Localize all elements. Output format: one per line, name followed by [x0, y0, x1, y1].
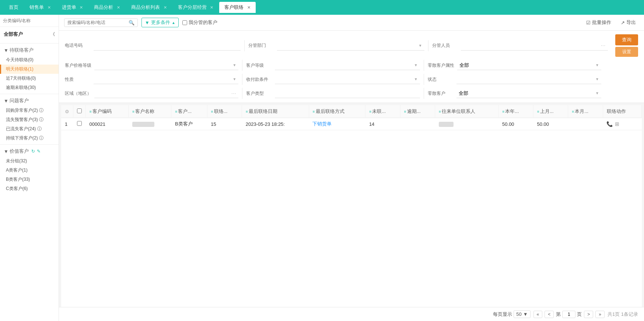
nature-label: 性质	[65, 76, 91, 83]
search-icon[interactable]: 🔍	[129, 20, 134, 25]
sidebar-group-pending[interactable]: ▼ 待联络客户	[0, 45, 59, 55]
batch-ops-btn[interactable]: ☑ 批量操作	[583, 18, 614, 27]
page-num-box: 第 页	[556, 311, 582, 318]
sort-overdue-icon: ≡	[404, 110, 406, 114]
sidebar-group-problem[interactable]: ▼ 问题客户	[0, 96, 59, 106]
sort-related-icon: ≡	[439, 110, 441, 114]
top-nav: 首页 销售单 ✕ 进货单 ✕ 商品分析 ✕ 商品分析列表 ✕ 客户分层经营 ✕ …	[0, 0, 644, 15]
last-page-btn[interactable]: »	[595, 311, 605, 318]
prev-page-btn[interactable]: <	[545, 311, 554, 318]
nature-select[interactable]: ▼	[94, 75, 238, 84]
action-grid-icon[interactable]: ⊞	[615, 121, 619, 127]
sep3	[242, 60, 242, 71]
last-method-link[interactable]: 下销货单	[312, 121, 332, 127]
set-button[interactable]: 设置	[615, 47, 638, 57]
more-conditions-btn[interactable]: ▼ 更多条件 ▲	[141, 18, 179, 27]
sidebar-item-today[interactable]: 今天待联络(0)	[0, 55, 59, 65]
customer-level-select[interactable]: ▼	[275, 61, 420, 70]
td-index: 1	[61, 118, 73, 130]
filter-region: 区域（地区） ···	[65, 89, 238, 98]
sort-lastmonth-icon: ≡	[537, 110, 539, 114]
select-all-checkbox[interactable]	[77, 108, 82, 113]
price-level-select[interactable]: ▼	[94, 61, 238, 70]
td-name	[129, 118, 171, 130]
filter-person: 分管人员 ···	[432, 41, 608, 51]
pagination-bar: 每页显示 50 ▼ « < 第 页 > » 共1页 1条记录	[59, 307, 644, 321]
nav-customer-contact[interactable]: 客户联络 ✕	[219, 2, 256, 13]
next-page-btn[interactable]: >	[584, 311, 593, 318]
adv-filter-panel: 电话号码 分管部门 ▼ 分管人员 ···	[59, 31, 644, 103]
page-number-input[interactable]	[562, 311, 575, 318]
th-overdue: ≡逾期...	[400, 105, 435, 118]
sidebar-item-classA[interactable]: A类客户(1)	[0, 166, 59, 175]
dept-select[interactable]: ▼	[277, 41, 424, 51]
close-product-analysis-icon[interactable]: ✕	[117, 5, 120, 10]
first-page-btn[interactable]: «	[533, 311, 543, 318]
customer-type-input[interactable]	[275, 89, 420, 98]
sidebar-item-overdue[interactable]: 逾期未联络(30)	[0, 83, 59, 92]
payment-select[interactable]: ▼	[275, 75, 420, 84]
page-suffix: 页	[577, 311, 582, 318]
sort-thisyear-icon: ≡	[503, 110, 505, 114]
retail-select[interactable]: 全部▼	[456, 89, 601, 98]
all-customers-label: 全部客户	[4, 31, 23, 38]
sidebar-item-classB[interactable]: B类客户(33)	[0, 175, 59, 184]
sort-name-icon: ≡	[132, 110, 134, 114]
export-btn[interactable]: ↗ 导出	[618, 18, 639, 27]
refresh-icon[interactable]: ↻	[31, 149, 35, 154]
row-checkbox[interactable]	[77, 121, 82, 126]
nav-home[interactable]: 首页	[4, 2, 24, 13]
sep4	[424, 60, 424, 71]
close-sales-icon[interactable]: ✕	[48, 5, 51, 10]
action-phone-icon[interactable]: 📞	[606, 121, 613, 127]
region-input[interactable]: ···	[94, 89, 238, 98]
sidebar-item-abnormal[interactable]: 回购异常客户(2) ⓘ	[0, 106, 59, 115]
nav-purchase[interactable]: 进货单 ✕	[57, 2, 88, 13]
query-button[interactable]: 查询	[615, 34, 638, 45]
status-select[interactable]: ▼	[456, 75, 601, 84]
gear-icon[interactable]: ⚙	[65, 109, 69, 114]
th-name: ≡客户名称	[129, 105, 171, 118]
nav-product-analysis[interactable]: 商品分析 ✕	[89, 2, 125, 13]
td-related	[435, 118, 498, 130]
td-no-contact: 14	[365, 118, 400, 130]
close-customer-tier-icon[interactable]: ✕	[210, 5, 213, 10]
sidebar-all-customers[interactable]: 全部客户 《	[0, 29, 59, 39]
my-customers-checkbox-wrap[interactable]: 我分管的客户	[182, 19, 217, 26]
sidebar-group-value[interactable]: ▼ 价值客户 ↻ ✎	[0, 146, 59, 156]
sidebar-item-lost[interactable]: 已流失客户(24) ⓘ	[0, 124, 59, 134]
sidebar-collapse-icon[interactable]: 《	[50, 31, 55, 38]
close-purchase-icon[interactable]: ✕	[80, 5, 83, 10]
filter-retail-attr: 零散客户属性 全部▼	[428, 61, 601, 70]
th-last-method: ≡最后联络方式	[309, 105, 365, 118]
retail-attr-value: 全部	[459, 62, 469, 69]
customer-name-blurred	[132, 122, 154, 127]
sidebar-item-classC[interactable]: C类客户(6)	[0, 184, 59, 193]
close-product-list-icon[interactable]: ✕	[164, 5, 167, 10]
close-customer-contact-icon[interactable]: ✕	[247, 5, 251, 10]
page-size-box[interactable]: 50 ▼	[514, 310, 530, 318]
main-layout: 🔍 全部客户 《 ▼ 待联络客户 今天待联络(0) 明天待联络(1) 近7天待联…	[0, 15, 644, 321]
nav-customer-tier[interactable]: 客户分层经营 ✕	[173, 2, 219, 13]
person-input[interactable]: ···	[461, 41, 608, 51]
sep7	[242, 88, 242, 99]
main-search-input[interactable]	[67, 20, 126, 25]
arrow-problem-icon: ▼	[4, 98, 8, 104]
sidebar-item-declining[interactable]: 持续下滑客户(2) ⓘ	[0, 134, 59, 143]
status-arrow-icon: ▼	[595, 77, 599, 81]
my-customers-checkbox[interactable]	[182, 20, 187, 25]
sidebar-item-tomorrow[interactable]: 明天待联络(1)	[0, 65, 59, 74]
filter-retail: 零散客户 全部▼	[428, 89, 601, 98]
nav-sales[interactable]: 销售单 ✕	[24, 2, 56, 13]
phone-label: 电话号码	[65, 42, 91, 49]
sidebar-item-warning[interactable]: 流失预警客户(3) ⓘ	[0, 115, 59, 124]
sidebar-item-ungrouped[interactable]: 未分组(32)	[0, 156, 59, 166]
sidebar-item-7days[interactable]: 近7天待联络(0)	[0, 74, 59, 83]
retail-attr-select[interactable]: 全部▼	[457, 61, 601, 70]
phone-input[interactable]	[94, 41, 241, 51]
edit-icon[interactable]: ✎	[37, 149, 41, 154]
td-last-month: 50.00	[533, 118, 568, 130]
page-size-value: 50	[516, 311, 521, 317]
sidebar-search-input[interactable]	[3, 18, 58, 23]
nav-product-list[interactable]: 商品分析列表 ✕	[126, 2, 172, 13]
